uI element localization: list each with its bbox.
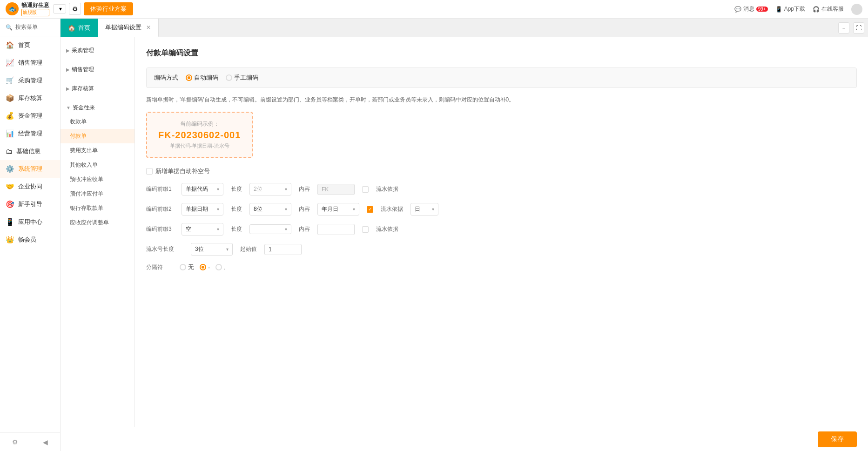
prefix1-length-select[interactable]: 2位 ▾	[249, 183, 291, 195]
top-bar-right: 💬 消息 99+ 📱 App下载 🎧 在线客服	[734, 4, 862, 15]
user-avatar[interactable]	[851, 4, 862, 15]
prefix2-length-chevron: ▾	[285, 207, 287, 212]
sidebar-item-guide[interactable]: 🎯 新手引导	[0, 195, 60, 213]
sidebar-item-home[interactable]: 🏠 首页	[0, 36, 60, 54]
separator-label: 分隔符	[146, 263, 174, 271]
sidebar-item-operations[interactable]: 📊 经营管理	[0, 125, 60, 142]
sidebar-item-basic[interactable]: 🗂 基础信息	[0, 142, 60, 160]
sidebar-item-expense[interactable]: 费用支出单	[61, 143, 135, 158]
sidebar-item-receipt[interactable]: 收款单	[61, 114, 135, 129]
separator-dash-circle	[200, 264, 206, 270]
sidebar-item-member[interactable]: 👑 畅会员	[0, 231, 60, 249]
encoding-method-section: 编码方式 自动编码 手工编码	[146, 67, 857, 88]
sidebar-item-other-income[interactable]: 其他收入单	[61, 158, 135, 172]
separator-dash-radio[interactable]: -	[200, 264, 210, 271]
group-funds: ▼ 资金往来 收款单 付款单 费用支出单 其他收入单 预收冲应收单 预付冲应付单…	[61, 98, 135, 233]
purchase-icon: 🛒	[6, 76, 14, 85]
group-purchase-title[interactable]: ▶ 采购管理	[61, 44, 135, 57]
bottom-settings-button[interactable]: ⚙	[12, 438, 18, 446]
group-inventory-title[interactable]: ▶ 库存核算	[61, 82, 135, 95]
message-item[interactable]: 💬 消息 99+	[734, 5, 768, 13]
logo-text: 畅通好生意 旗舰版	[21, 2, 49, 16]
chevron-down-icon: ▼	[66, 105, 71, 110]
tab-maximize-button[interactable]: ⛶	[853, 22, 864, 34]
separator-dot-circle	[215, 264, 222, 270]
dropdown-button[interactable]: ▾	[53, 4, 66, 13]
tab-encoding[interactable]: 单据编码设置 ✕	[98, 19, 159, 37]
prefix3-content-input[interactable]	[317, 224, 355, 235]
sidebar-item-sales[interactable]: 📈 销售管理	[0, 54, 60, 72]
prefix2-stream-chevron: ▾	[432, 207, 434, 212]
auto-radio[interactable]: 自动编码	[186, 74, 218, 82]
sidebar-item-apps[interactable]: 📱 应用中心	[0, 213, 60, 231]
save-button[interactable]: 保存	[818, 431, 857, 447]
prefix1-content-input	[317, 184, 355, 195]
tab-bar-actions: － ⛶	[834, 19, 868, 37]
auto-radio-circle	[186, 74, 192, 81]
prefix2-select[interactable]: 单据日期 ▾	[182, 203, 223, 215]
manual-radio-circle	[226, 74, 232, 81]
prefix2-row: 编码前缀2 单据日期 ▾ 长度 8位 ▾ 内容 年月日 ▾ ✓ 流水依据 日 ▾	[146, 203, 857, 215]
sidebar-item-bank-deposit[interactable]: 银行存取款单	[61, 201, 135, 215]
sidebar-item-inventory[interactable]: 📦 库存核算	[0, 89, 60, 107]
sidebar-item-prepay-payment[interactable]: 预付冲应付单	[61, 187, 135, 201]
auto-fill-checkbox[interactable]	[146, 168, 153, 175]
prefix2-content-select[interactable]: 年月日 ▾	[317, 203, 359, 215]
prefix3-content-label: 内容	[299, 225, 310, 233]
sidebar-collapse-button[interactable]: ◀	[43, 438, 48, 446]
tab-close-icon[interactable]: ✕	[146, 24, 151, 31]
group-sales-title[interactable]: ▶ 销售管理	[61, 63, 135, 76]
online-service-item[interactable]: 🎧 在线客服	[813, 5, 844, 13]
content-area: 付款单编码设置 编码方式 自动编码 手工编码 新增单据时，'单据编码'自动生成，…	[135, 37, 868, 451]
app-download-item[interactable]: 📱 App下载	[775, 5, 805, 13]
group-inventory: ▶ 库存核算	[61, 79, 135, 98]
sidebar-item-enterprise[interactable]: 🤝 企业协同	[0, 178, 60, 195]
sidebar-item-system[interactable]: ⚙️ 系统管理	[0, 160, 60, 178]
prefix3-length-select[interactable]: ▾	[249, 224, 291, 234]
sidebar-item-purchase[interactable]: 🛒 采购管理	[0, 72, 60, 89]
start-value-input[interactable]	[264, 244, 302, 255]
prefix2-stream-select[interactable]: 日 ▾	[410, 203, 438, 215]
basic-icon: 🗂	[6, 148, 13, 155]
tab-home[interactable]: 🏠 首页	[61, 19, 98, 37]
separator-dot-radio[interactable]: .	[215, 264, 226, 271]
auto-fill-row: 新增单据自动补空号	[146, 167, 857, 175]
prefix1-stream-checkbox[interactable]	[362, 186, 369, 193]
search-menu[interactable]: 🔍 搜索菜单	[0, 19, 60, 36]
prefix2-stream-checkbox[interactable]: ✓	[367, 206, 373, 213]
bottom-bar: 保存	[61, 427, 868, 451]
prefix3-select[interactable]: 空 ▾	[182, 223, 223, 236]
prefix3-stream-checkbox[interactable]	[362, 226, 369, 233]
settings-button[interactable]: ⚙	[69, 3, 81, 15]
sales-icon: 📈	[6, 59, 14, 67]
prefix1-select[interactable]: 单据代码 ▾	[182, 183, 223, 195]
sidebar-item-funds[interactable]: 💰 资金管理	[0, 107, 60, 125]
sidebar-item-adjustment[interactable]: 应收应付调整单	[61, 215, 135, 230]
phone-icon: 📱	[775, 6, 782, 13]
sidebar: 🔍 搜索菜单 🏠 首页 📈 销售管理 🛒 采购管理 📦 库存核算 💰 资金管理 …	[0, 19, 61, 451]
group-funds-title[interactable]: ▼ 资金往来	[61, 101, 135, 114]
sidebar-bottom: ⚙ ◀	[0, 432, 60, 451]
headset-icon: 🎧	[813, 6, 820, 13]
info-text: 新增单据时，'单据编码'自动生成，不可编辑。前缀设置为部门、业务员等档案类，开单…	[146, 95, 857, 104]
sidebar-item-payment[interactable]: 付款单	[61, 129, 135, 143]
prefix2-length-select[interactable]: 8位 ▾	[249, 203, 291, 215]
prefix3-chevron: ▾	[217, 227, 219, 232]
page-title: 付款单编码设置	[146, 48, 857, 58]
enterprise-icon: 🤝	[6, 182, 14, 191]
prefix3-label: 编码前缀3	[146, 225, 174, 233]
trial-button[interactable]: 体验行业方案	[84, 2, 133, 15]
message-icon: 💬	[734, 6, 741, 13]
separator-none-radio[interactable]: 无	[180, 263, 194, 271]
auto-fill-label: 新增单据自动补空号	[155, 167, 210, 175]
separator-dash-dot	[202, 266, 204, 269]
code-preview-box: 当前编码示例： FK-20230602-001 单据代码-单据日期-流水号	[146, 112, 253, 158]
manual-radio[interactable]: 手工编码	[226, 74, 258, 82]
tab-minimize-button[interactable]: －	[838, 22, 849, 34]
prefix3-length-label: 长度	[231, 225, 242, 233]
chevron-right-icon: ▶	[66, 86, 70, 91]
group-sales: ▶ 销售管理	[61, 60, 135, 79]
stream-length-select[interactable]: 3位 ▾	[191, 243, 233, 256]
auto-radio-dot	[188, 76, 190, 79]
sidebar-item-prepay-receivable[interactable]: 预收冲应收单	[61, 172, 135, 187]
